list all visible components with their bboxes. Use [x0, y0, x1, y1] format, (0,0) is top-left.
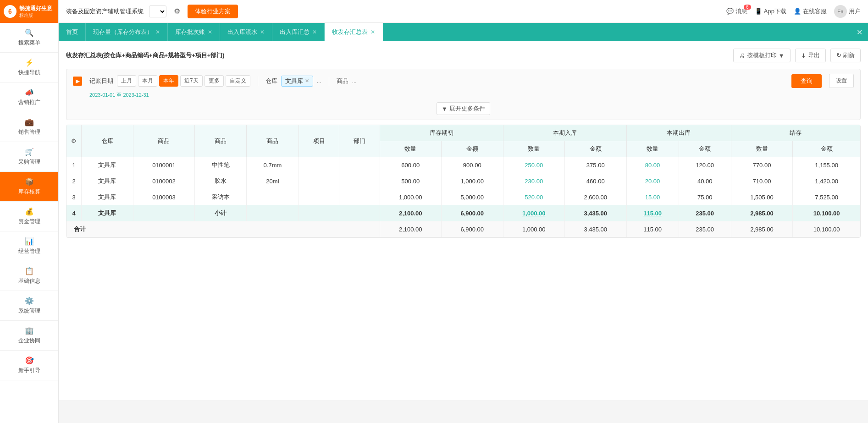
sidebar-item-guide[interactable]: 🎯新手引导 — [0, 351, 58, 380]
tab-----------[interactable]: 现存量（库存分布表）✕ — [86, 23, 168, 41]
warehouse-tag-close[interactable]: ✕ — [305, 78, 309, 84]
cell-out-qty[interactable]: 20.00 — [626, 173, 679, 189]
sidebar-item-sales[interactable]: 💼销售管理 — [0, 112, 58, 142]
out-qty-link[interactable]: 15.00 — [645, 194, 660, 201]
app-download-item[interactable]: 📱 App下载 — [755, 7, 786, 16]
online-service-item[interactable]: 👤 在线客服 — [794, 7, 827, 16]
tab------[interactable]: 出入库流水✕ — [220, 23, 272, 41]
th-out-qty: 数量 — [626, 141, 679, 157]
sidebar: 6 畅捷通好生意 标准版 🔍搜索菜单⚡快捷导航📣营销推广💼销售管理🛒采购管理📦库… — [0, 0, 59, 423]
sidebar-item-basic[interactable]: 📋基础信息 — [0, 261, 58, 291]
system-select[interactable] — [149, 5, 166, 17]
purchase-icon: 🛒 — [25, 148, 34, 156]
close-all-tabs-icon[interactable]: ✕ — [851, 28, 868, 37]
date-btn-更多[interactable]: 更多 — [205, 75, 224, 87]
search-button[interactable]: 查询 — [791, 74, 822, 88]
cell-seq: 3 — [66, 189, 82, 205]
filter-expand-row: ▼ 展开更多条件 — [73, 102, 854, 115]
warehouse-tag[interactable]: 文具库 ✕ — [281, 76, 313, 87]
divider2 — [329, 77, 329, 86]
page-title: 收发存汇总表(按仓库+商品编码+商品+规格型号+项目+部门) — [66, 51, 225, 60]
th-in-qty: 数量 — [503, 141, 565, 157]
cell-out-amt: 120.00 — [679, 157, 731, 173]
tab-close-icon[interactable]: ✕ — [155, 29, 160, 35]
cell-out-qty[interactable]: 15.00 — [626, 189, 679, 205]
system-icon: ⚙️ — [25, 297, 34, 305]
date-btn-本年[interactable]: 本年 — [159, 75, 178, 87]
cell-out-amt: 75.00 — [679, 189, 731, 205]
cell-project — [299, 173, 339, 189]
cell-goods-name: 中性笔 — [195, 157, 247, 173]
sidebar-item-enterprise[interactable]: 🏢企业协同 — [0, 321, 58, 351]
tab-close-icon[interactable]: ✕ — [312, 29, 317, 35]
cell-dept — [339, 157, 380, 173]
cell-in-qty[interactable]: 520.00 — [503, 189, 565, 205]
cell-balance-amt: 10,100.00 — [793, 205, 860, 221]
in-qty-link[interactable]: 520.00 — [525, 194, 543, 201]
total-in-amt: 3,435.00 — [565, 221, 627, 237]
export-icon: ⬇ — [801, 52, 806, 59]
date-btn-本月[interactable]: 本月 — [138, 75, 157, 87]
sidebar-item-system[interactable]: ⚙️系统管理 — [0, 291, 58, 321]
export-button[interactable]: ⬇ 导出 — [795, 49, 826, 62]
in-qty-link[interactable]: 230.00 — [525, 178, 543, 185]
cell-out-qty[interactable]: 80.00 — [626, 157, 679, 173]
inventory-icon: 📦 — [25, 177, 34, 186]
tab-close-icon[interactable]: ✕ — [370, 29, 375, 35]
th-opening-amt: 金额 — [442, 141, 503, 157]
message-item[interactable]: 💬 消息 6 — [726, 7, 747, 16]
goods-more[interactable]: ... — [352, 78, 357, 84]
th-opening-qty: 数量 — [380, 141, 442, 157]
cell-in-qty[interactable]: 1,000.00 — [503, 205, 565, 221]
in-qty-link[interactable]: 250.00 — [525, 162, 543, 169]
subtotal-out-qty-link[interactable]: 115.00 — [643, 210, 662, 217]
trial-button[interactable]: 体验行业方案 — [188, 5, 238, 18]
subtotal-in-qty-link[interactable]: 1,000.00 — [522, 210, 546, 217]
tab------[interactable]: 出入库汇总✕ — [272, 23, 325, 41]
refresh-button[interactable]: ↻ 刷新 — [830, 49, 861, 62]
out-qty-link[interactable]: 80.00 — [645, 162, 660, 169]
cell-in-qty[interactable]: 230.00 — [503, 173, 565, 189]
sidebar-item-purchase[interactable]: 🛒采购管理 — [0, 142, 58, 172]
th-settings[interactable]: ⚙ — [66, 125, 82, 157]
tabs-bar: 首页现存量（库存分布表）✕库存批次账✕出入库流水✕出入库汇总✕收发存汇总表✕✕ — [59, 23, 868, 41]
cell-in-amt: 375.00 — [565, 157, 627, 173]
warehouse-more[interactable]: ... — [317, 78, 321, 84]
date-label: 记账日期 — [89, 77, 113, 85]
cell-goods-name: 小计 — [195, 205, 247, 221]
cell-opening-amt: 5,000.00 — [442, 189, 503, 205]
cell-balance-qty: 2,985.00 — [731, 205, 793, 221]
cell-balance-qty: 770.00 — [731, 157, 793, 173]
print-button[interactable]: 🖨 按模板打印 ▼ — [733, 49, 791, 62]
tab------[interactable]: 库存批次账✕ — [168, 23, 220, 41]
tab-close-icon[interactable]: ✕ — [260, 29, 265, 35]
expand-button[interactable]: ▼ 展开更多条件 — [437, 102, 490, 115]
tab-close-icon[interactable]: ✕ — [208, 29, 212, 35]
tab---[interactable]: 首页 — [59, 23, 86, 41]
gear-icon[interactable]: ⚙ — [172, 5, 182, 17]
cell-in-qty[interactable]: 250.00 — [503, 157, 565, 173]
out-qty-link[interactable]: 20.00 — [645, 178, 660, 185]
th-balance-qty: 数量 — [731, 141, 793, 157]
column-settings-icon[interactable]: ⚙ — [71, 137, 77, 144]
table-row: 4 文具库 小计 2,100.00 6,900.00 1,000.00 3,43… — [66, 205, 860, 221]
total-balance-amt: 10,100.00 — [793, 221, 860, 237]
sidebar-item-search[interactable]: 🔍搜索菜单 — [0, 23, 58, 53]
tab-------[interactable]: 收发存汇总表✕ — [325, 23, 383, 41]
sidebar-item-inventory[interactable]: 📦库存核算 — [0, 172, 58, 202]
date-btn-自定义[interactable]: 自定义 — [226, 75, 250, 87]
sidebar-item-quick[interactable]: ⚡快捷导航 — [0, 53, 58, 82]
date-btn-近7天[interactable]: 近7天 — [180, 75, 203, 87]
sidebar-item-marketing[interactable]: 📣营销推广 — [0, 82, 58, 112]
cell-opening-qty: 500.00 — [380, 173, 442, 189]
filter-toggle-button[interactable]: ▶ — [73, 77, 82, 86]
th-opening: 库存期初 — [380, 125, 503, 141]
user-item[interactable]: Ea 用户 — [834, 5, 861, 18]
cell-balance-amt: 1,155.00 — [793, 157, 860, 173]
sidebar-item-operations[interactable]: 📊经营管理 — [0, 231, 58, 261]
filter-settings-button[interactable]: 设置 — [829, 74, 854, 88]
sidebar-item-finance[interactable]: 💰资金管理 — [0, 202, 58, 231]
date-btn-上月[interactable]: 上月 — [117, 75, 136, 87]
cell-out-qty[interactable]: 115.00 — [626, 205, 679, 221]
total-in-qty: 1,000.00 — [503, 221, 565, 237]
